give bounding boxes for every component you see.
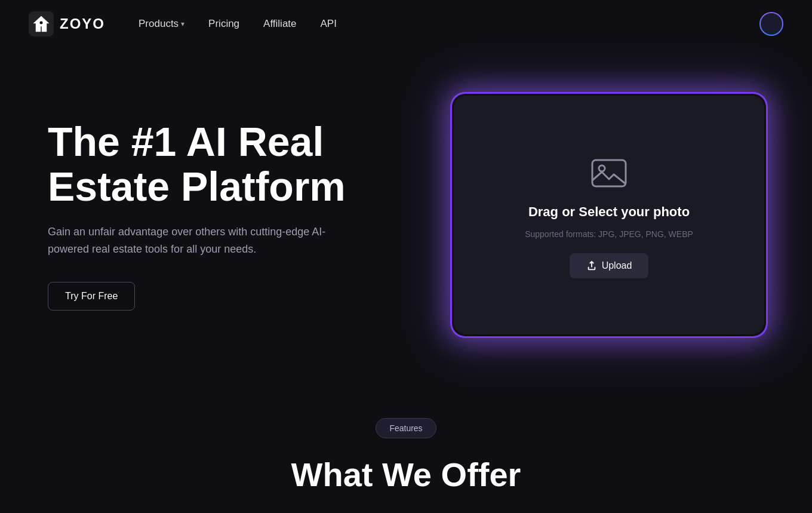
hero-subtitle: Gain an unfair advantage over others wit… (48, 223, 358, 258)
upload-icon (586, 260, 597, 271)
user-avatar-button[interactable] (759, 12, 783, 36)
try-for-free-button[interactable]: Try For Free (48, 282, 135, 311)
upload-button[interactable]: Upload (570, 253, 649, 278)
hero-right: Drag or Select your photo Supported form… (454, 96, 764, 334)
hero-left: The #1 AI Real Estate Platform Gain an u… (48, 119, 382, 310)
features-section: Features What We Offer (0, 394, 812, 513)
svg-point-3 (599, 165, 605, 171)
svg-point-1 (40, 21, 43, 24)
nav-pricing[interactable]: Pricing (199, 13, 249, 35)
image-placeholder-icon (588, 152, 630, 195)
logo[interactable]: ZOYO (29, 11, 105, 36)
nav-right (759, 12, 783, 36)
avatar (761, 13, 782, 35)
hero-title: The #1 AI Real Estate Platform (48, 119, 382, 209)
svg-rect-2 (592, 160, 626, 186)
nav-left: ZOYO Products ▾ Pricing Affiliate API (29, 11, 346, 36)
hero-title-plain: The (48, 119, 131, 164)
brand-name: ZOYO (60, 16, 105, 32)
nav-affiliate[interactable]: Affiliate (254, 13, 306, 35)
image-icon-wrapper (588, 152, 630, 195)
hero-section: The #1 AI Real Estate Platform Gain an u… (0, 48, 812, 394)
drag-text: Drag or Select your photo (528, 204, 690, 220)
upload-card[interactable]: Drag or Select your photo Supported form… (454, 96, 764, 334)
logo-icon (29, 11, 54, 36)
nav-api[interactable]: API (311, 13, 346, 35)
formats-text: Supported formats: JPG, JPEG, PNG, WEBP (525, 229, 693, 239)
products-chevron-icon: ▾ (181, 20, 184, 28)
nav-products[interactable]: Products ▾ (129, 13, 194, 35)
features-badge: Features (376, 418, 436, 438)
nav-links: Products ▾ Pricing Affiliate API (129, 13, 346, 35)
navbar: ZOYO Products ▾ Pricing Affiliate API (0, 0, 812, 48)
features-title: What We Offer (48, 455, 764, 494)
upload-card-wrapper: Drag or Select your photo Supported form… (454, 96, 764, 334)
